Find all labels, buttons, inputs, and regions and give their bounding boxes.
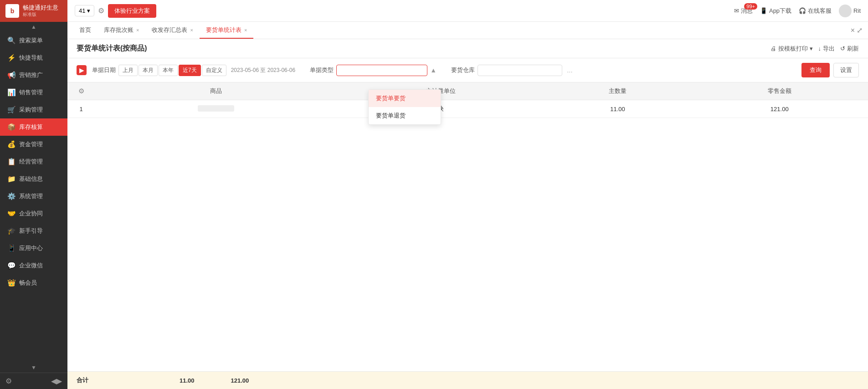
sidebar-item-member[interactable]: 👑畅会员 [0,274,67,292]
tab-expand-button[interactable]: ⤢ [857,26,863,35]
tab-collapse-button[interactable]: × [851,26,855,35]
message-icon: ✉ [734,7,739,14]
collab-icon: 🤝 [7,210,15,218]
row-amount: 121.00 [691,100,868,118]
warehouse-filter-more[interactable]: … [567,67,573,74]
topbar-gear-icon[interactable]: ⚙ [98,6,104,15]
sidebar-bottom: ⚙ ◀▶ [0,373,67,389]
dropdown-item-要货单要货[interactable]: 要货单要货 [369,90,441,107]
basic-info-icon: 📁 [7,175,15,183]
tab-bar: 首页库存批次账×收发存汇总表×要货单统计表××⤢ [67,22,868,39]
tab-close[interactable]: × [136,27,139,33]
date-buttons: 上月本月本年近7天自定义 [118,65,226,76]
sidebar-item-system[interactable]: ⚙️系统管理 [0,188,67,205]
main-content: 41 ▾ ⚙ 体验行业方案 ✉ 消息 99+ 📱 App下载 🎧 在线客服 R [67,0,868,389]
sidebar-label-guide: 新手引导 [19,227,43,235]
col-qty: 主数量 [544,82,691,100]
sidebar-label-wechat: 企业微信 [19,261,43,270]
date-btn-近7天[interactable]: 近7天 [179,65,201,76]
store-name: 41 [79,7,85,14]
date-btn-自定义[interactable]: 自定义 [202,65,226,76]
row-index: 1 [67,100,95,118]
trial-button[interactable]: 体验行业方案 [108,4,156,18]
user-avatar-button[interactable]: Rit [839,5,861,17]
col-amount: 零售金额 [691,82,868,100]
table-body: 1 块 11.00 121.00 [67,100,868,118]
tab-库存批次账[interactable]: 库存批次账× [98,22,145,39]
tab-label: 首页 [79,26,91,34]
inventory-icon: 📦 [7,123,15,131]
warehouse-filter-label: 要货仓库 [451,66,475,74]
footer-amount: 121.00 [231,377,249,384]
messages-button[interactable]: ✉ 消息 99+ [734,7,753,15]
page-title: 要货单统计表(按商品) [77,44,147,53]
sidebar-item-search[interactable]: 🔍搜索菜单 [0,32,67,49]
sidebar-label-sales: 销售管理 [19,88,43,97]
tab-end-buttons: ×⤢ [851,26,863,35]
sidebar-brand-name: 畅捷通好生意 [23,4,58,11]
store-dropdown-icon: ▾ [87,7,90,14]
sidebar-item-sales[interactable]: 📊销售管理 [0,84,67,101]
date-btn-上月[interactable]: 上月 [118,65,138,76]
sidebar-item-collab[interactable]: 🤝企业协同 [0,205,67,222]
sidebar-item-marketing[interactable]: 📢营销推广 [0,67,67,84]
row-product [95,100,337,118]
table-header: ⚙ 商品 主计量单位 主数量 零售金额 [67,82,868,100]
date-btn-本年[interactable]: 本年 [159,65,178,76]
finance-icon: 💰 [7,140,15,148]
tab-收发存汇总表[interactable]: 收发存汇总表× [145,22,199,39]
filter-area: ▶ 单据日期 上月本月本年近7天自定义 2023-05-06 至 2023-06… [67,58,868,82]
sidebar-item-purchase[interactable]: 🛒采购管理 [0,101,67,118]
wechat-icon: 💬 [7,261,15,270]
sidebar-scroll-down[interactable]: ▼ [0,363,67,373]
store-selector[interactable]: 41 ▾ [75,5,94,16]
tab-close[interactable]: × [244,27,247,33]
print-button[interactable]: 🖨 按模板打印 ▾ [770,45,813,53]
table-area: ⚙ 商品 主计量单位 主数量 零售金额 1 块 11.00 121.00 [67,82,868,371]
filter-expand-button[interactable]: ▶ [77,65,87,75]
data-table: ⚙ 商品 主计量单位 主数量 零售金额 1 块 11.00 121.00 [67,82,868,118]
sidebar-item-wechat[interactable]: 💬企业微信 [0,257,67,274]
sidebar-item-app-center[interactable]: 📱应用中心 [0,240,67,257]
sidebar-header: b 畅捷通好生意 标准版 [0,0,67,22]
messages-badge: 99+ [744,3,757,10]
refresh-icon: ↺ [840,45,845,52]
settings-icon[interactable]: ⚙ [5,377,12,385]
tab-要货单统计表[interactable]: 要货单统计表× [200,22,253,39]
table-row: 1 块 11.00 121.00 [67,100,868,118]
warehouse-filter-input[interactable] [478,65,562,76]
sidebar-item-operations[interactable]: 📋经营管理 [0,153,67,170]
tab-首页[interactable]: 首页 [73,22,98,39]
sidebar-item-finance[interactable]: 💰资金管理 [0,136,67,153]
sidebar-scroll-up[interactable]: ▲ [0,22,67,32]
sales-icon: 📊 [7,88,15,97]
type-filter-input[interactable] [336,65,427,76]
date-btn-本月[interactable]: 本月 [139,65,158,76]
dropdown-item-要货单退货[interactable]: 要货单退货 [369,107,441,124]
refresh-button[interactable]: ↺ 刷新 [840,45,859,53]
sidebar-item-guide[interactable]: 🎓新手引导 [0,222,67,240]
sidebar-item-basic-info[interactable]: 📁基础信息 [0,170,67,188]
tab-close[interactable]: × [190,27,193,33]
sidebar-item-quick-nav[interactable]: ⚡快捷导航 [0,49,67,67]
settings-button[interactable]: 设置 [833,63,859,77]
collapse-icon[interactable]: ◀▶ [51,377,62,385]
export-button[interactable]: ↓ 导出 [818,45,835,53]
type-filter-chevron[interactable]: ▲ [430,67,437,74]
export-icon: ↓ [818,45,822,52]
query-button[interactable]: 查询 [801,63,830,77]
type-dropdown: 要货单要货要货单退货 [368,89,441,125]
top-bar: 41 ▾ ⚙ 体验行业方案 ✉ 消息 99+ 📱 App下载 🎧 在线客服 R [67,0,868,22]
app-download-button[interactable]: 📱 App下载 [760,7,791,15]
col-settings[interactable]: ⚙ [67,82,95,100]
row-qty: 11.00 [544,100,691,118]
type-filter-group: 单据类型 ▲ [310,65,437,76]
sidebar-label-member: 畅会员 [19,279,37,287]
app-center-icon: 📱 [7,244,15,252]
sidebar-item-inventory[interactable]: 📦库存核算 [0,118,67,136]
sidebar-label-operations: 经营管理 [19,158,43,166]
sidebar: b 畅捷通好生意 标准版 ▲ 🔍搜索菜单⚡快捷导航📢营销推广📊销售管理🛒采购管理… [0,0,67,389]
footer-qty: 11.00 [180,377,195,384]
operations-icon: 📋 [7,158,15,166]
online-service-button[interactable]: 🎧 在线客服 [799,7,832,15]
